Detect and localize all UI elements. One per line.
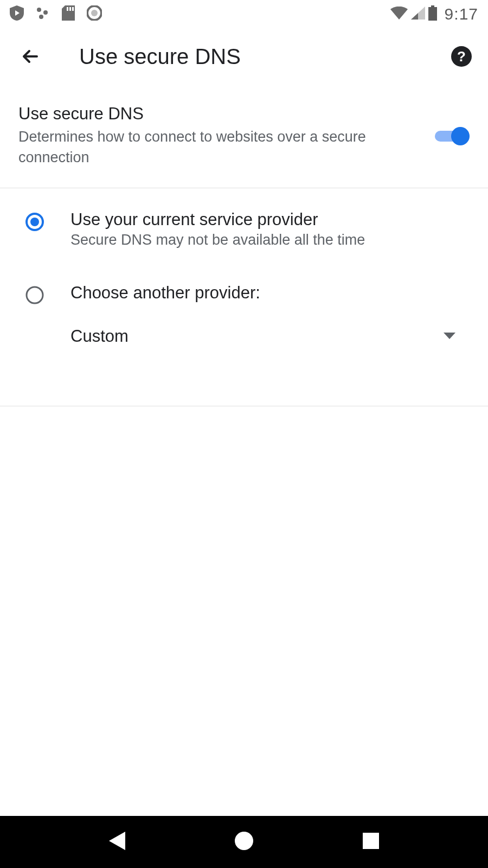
svg-rect-8: [431, 5, 434, 7]
dots-icon: [36, 6, 50, 22]
svg-point-7: [91, 10, 98, 16]
svg-rect-9: [428, 7, 437, 21]
svg-point-2: [39, 15, 43, 19]
option-current-description: Secure DNS may not be available all the …: [70, 232, 470, 248]
option-current-provider[interactable]: Use your current service provider Secure…: [25, 203, 470, 261]
back-button[interactable]: [18, 44, 42, 68]
svg-rect-4: [69, 7, 71, 11]
svg-point-12: [27, 287, 43, 303]
toggle-title: Use secure DNS: [18, 104, 413, 124]
sd-card-icon: [62, 5, 75, 23]
status-right-icons: 9:17: [390, 5, 478, 23]
radio-unselected-icon: [25, 285, 44, 305]
nav-home-button[interactable]: [235, 832, 253, 852]
svg-rect-14: [363, 833, 379, 849]
dropdown-selected-value: Custom: [70, 327, 129, 346]
help-button[interactable]: ?: [451, 46, 472, 67]
status-left-icons: [10, 5, 102, 23]
svg-point-0: [37, 8, 41, 12]
secure-dns-toggle-row[interactable]: Use secure DNS Determines how to connect…: [0, 85, 488, 188]
circle-icon: [87, 5, 102, 23]
circle-icon: [235, 832, 253, 850]
option-another-title: Choose another provider:: [70, 283, 470, 303]
svg-point-1: [43, 10, 48, 15]
option-current-title: Use your current service provider: [70, 210, 470, 229]
chevron-down-icon: [444, 331, 455, 341]
toggle-description: Determines how to connect to websites ov…: [18, 127, 413, 168]
status-bar: 9:17: [0, 0, 488, 28]
provider-options: Use your current service provider Secure…: [0, 188, 488, 406]
svg-point-13: [235, 832, 253, 850]
svg-rect-5: [72, 7, 74, 11]
svg-point-11: [30, 218, 39, 226]
svg-rect-3: [67, 7, 68, 11]
arrow-left-icon: [20, 46, 41, 67]
app-bar: Use secure DNS ?: [0, 28, 488, 85]
square-icon: [363, 833, 379, 849]
nav-recent-button[interactable]: [363, 833, 379, 851]
battery-icon: [428, 5, 437, 23]
option-another-provider[interactable]: Choose another provider:: [25, 261, 470, 310]
provider-dropdown[interactable]: Custom: [70, 327, 470, 346]
status-time: 9:17: [445, 5, 478, 23]
shield-play-icon: [10, 5, 24, 23]
triangle-left-icon: [109, 832, 125, 850]
radio-selected-icon: [25, 212, 44, 232]
question-icon: ?: [457, 48, 466, 65]
nav-back-button[interactable]: [109, 832, 125, 852]
secure-dns-switch[interactable]: [435, 125, 470, 147]
navigation-bar: [0, 816, 488, 868]
page-title: Use secure DNS: [79, 44, 241, 69]
cell-signal-icon: [411, 7, 425, 22]
wifi-icon: [390, 7, 408, 22]
